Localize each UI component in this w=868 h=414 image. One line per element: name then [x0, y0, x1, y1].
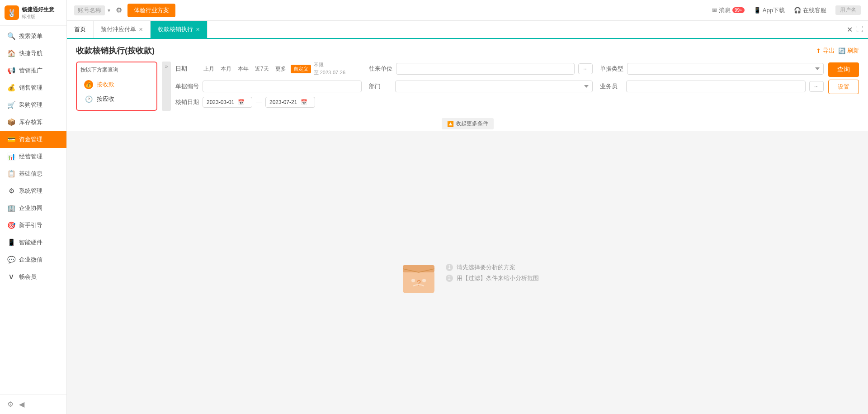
refresh-btn[interactable]: 🔄 刷新 — [838, 47, 859, 55]
date-this-month[interactable]: 本月 — [219, 64, 233, 74]
doc-type-group: 单据类型 — [600, 63, 824, 75]
main-content: 收款核销执行(按收款) ⬆ 导出 🔄 刷新 按以下方案查询 — [67, 39, 868, 414]
basic-icon: 📋 — [7, 170, 15, 178]
collapse-filter-btn[interactable]: » — [162, 62, 171, 111]
date-group: 日期 上月 本月 本年 近7天 更多 自定义 不限 — [175, 62, 362, 76]
logo-text: 畅捷通好生意 标准版 — [22, 6, 54, 20]
chevron-down-icon[interactable]: ▾ — [108, 7, 110, 14]
filter-scheme-title: 按以下方案查询 — [80, 66, 153, 74]
doc-no-input[interactable] — [203, 81, 362, 92]
expand-tab-btn[interactable]: ⛶ — [856, 25, 863, 33]
date-no-limit-text: 不限 — [314, 62, 345, 68]
sidebar-nav: 🔍 搜索菜单 🏠 快捷导航 📢 营销推广 💰 销售管理 🛒 采购管理 📦 库存核… — [0, 26, 66, 394]
partner-group: 往来单位 ··· — [369, 63, 593, 75]
filter-by-collection[interactable]: 💰 按收款 — [80, 77, 153, 92]
sidebar-item-guide[interactable]: 🎯 新手引导 — [0, 217, 66, 234]
sidebar-item-inventory[interactable]: 📦 库存核算 — [0, 114, 66, 131]
tab-prepay-close[interactable]: ✕ — [139, 27, 143, 33]
tab-collection[interactable]: 收款核销执行 ✕ — [151, 21, 208, 38]
logo-icon: 🐰 — [5, 5, 19, 20]
operations-icon: 📊 — [7, 152, 15, 161]
query-btn[interactable]: 查询 — [828, 62, 859, 77]
tab-home[interactable]: 首页 — [67, 21, 94, 38]
page-title: 收款核销执行(按收款) — [76, 45, 155, 56]
collapse-arrow-icon: 🔼 — [447, 121, 454, 127]
verif-start-input[interactable]: 2023-03-01 📅 — [203, 97, 252, 108]
sidebar-item-enterprise[interactable]: 🏢 企业协同 — [0, 200, 66, 217]
partner-label: 往来单位 — [369, 65, 392, 73]
sidebar-item-finance[interactable]: 💳 资金管理 — [0, 131, 66, 148]
service-btn[interactable]: 🎧 在线客服 — [794, 6, 826, 14]
staff-group: 业务员 ··· — [600, 81, 824, 92]
topbar: 账号名称 ▾ ⚙ 体验行业方案 ✉ 消息 99+ 📱 App下载 🎧 在线客服 … — [67, 0, 868, 21]
staff-ellipsis-btn[interactable]: ··· — [809, 81, 824, 92]
filter-form-area: 日期 上月 本月 本年 近7天 更多 自定义 不限 — [175, 62, 859, 111]
date-7days[interactable]: 近7天 — [253, 64, 271, 74]
tab-prepay[interactable]: 预付冲应付单 ✕ — [94, 21, 151, 38]
date-separator: — — [256, 99, 262, 106]
empty-svg: ? — [396, 252, 441, 298]
sidebar-item-basic[interactable]: 📋 基础信息 — [0, 165, 66, 182]
tabbar-actions: ✕ ⛶ — [842, 21, 868, 38]
sidebar-item-marketing[interactable]: 📢 营销推广 — [0, 62, 66, 79]
sidebar-item-sales[interactable]: 💰 销售管理 — [0, 79, 66, 96]
message-btn[interactable]: ✉ 消息 99+ — [712, 6, 745, 14]
sidebar-item-wechat[interactable]: 💬 企业微信 — [0, 251, 66, 268]
system-icon: ⚙ — [7, 187, 15, 195]
partner-input[interactable] — [396, 63, 575, 75]
industry-btn[interactable]: 体验行业方案 — [127, 4, 175, 17]
sidebar-item-quick-nav[interactable]: 🏠 快捷导航 — [0, 45, 66, 62]
svg-text:?: ? — [417, 279, 421, 287]
date-last-month[interactable]: 上月 — [202, 64, 216, 74]
tab-collection-close[interactable]: ✕ — [196, 27, 200, 33]
user-name: 用户名 — [835, 5, 861, 15]
inventory-icon: 📦 — [7, 118, 15, 126]
calendar-end-icon[interactable]: 📅 — [301, 99, 307, 105]
collapse-icon[interactable]: ◀ — [19, 400, 24, 409]
purchase-icon: 🛒 — [7, 101, 15, 109]
sidebar-item-search[interactable]: 🔍 搜索菜单 — [0, 28, 66, 45]
sales-icon: 💰 — [7, 84, 15, 92]
right-actions: 查询 设置 — [828, 62, 859, 111]
empty-illustration: ? — [396, 252, 437, 293]
sidebar-item-purchase[interactable]: 🛒 采购管理 — [0, 96, 66, 114]
date-custom[interactable]: 自定义 — [291, 65, 311, 73]
dept-select[interactable] — [395, 81, 593, 92]
filter-form: 日期 上月 本月 本年 近7天 更多 自定义 不限 — [175, 62, 824, 111]
app-download-btn[interactable]: 📱 App下载 — [754, 6, 785, 14]
sidebar-item-member[interactable]: V 畅会员 — [0, 268, 66, 286]
marketing-icon: 📢 — [7, 67, 15, 75]
calendar-start-icon[interactable]: 📅 — [238, 99, 245, 105]
verif-end-input[interactable]: 2023-07-21 📅 — [265, 97, 315, 108]
enterprise-icon: 🏢 — [7, 204, 15, 212]
filter-by-receivable[interactable]: 🕐 按应收 — [80, 92, 153, 106]
close-tab-btn[interactable]: ✕ — [847, 25, 853, 34]
sidebar-item-system[interactable]: ⚙ 系统管理 — [0, 182, 66, 200]
settings-btn[interactable]: 设置 — [828, 80, 859, 94]
empty-tip-2: 2 用【过滤】条件来缩小分析范围 — [446, 274, 539, 282]
tip-num-2: 2 — [446, 275, 453, 282]
receivable-icon: 🕐 — [84, 95, 93, 104]
sidebar-item-operations[interactable]: 📊 经营管理 — [0, 148, 66, 165]
topbar-gear-icon[interactable]: ⚙ — [116, 6, 122, 14]
message-badge: 99+ — [732, 7, 745, 13]
filter-row-2: 单据编号 部门 业务员 — [175, 81, 824, 92]
member-icon: V — [7, 273, 15, 281]
filter-panel: 按以下方案查询 💰 按收款 🕐 按应收 » — [67, 56, 868, 115]
collapse-more-btn[interactable]: 🔼 收起更多条件 — [442, 118, 494, 129]
logo-area: 🐰 畅捷通好生意 标准版 — [0, 0, 66, 26]
export-btn[interactable]: ⬆ 导出 — [816, 47, 835, 55]
date-shortcuts: 上月 本月 本年 近7天 更多 自定义 不限 至 2023-07-26 — [202, 62, 345, 76]
partner-ellipsis-btn[interactable]: ··· — [578, 63, 593, 74]
staff-input[interactable] — [626, 81, 806, 92]
doc-type-label: 单据类型 — [600, 65, 623, 73]
account-area: 账号名称 ▾ — [74, 5, 110, 15]
sidebar-item-hardware[interactable]: 📱 智能硬件 — [0, 234, 66, 251]
date-more[interactable]: 更多 — [274, 64, 288, 74]
tip-num-1: 1 — [446, 264, 453, 271]
date-this-year[interactable]: 本年 — [236, 64, 250, 74]
settings-icon[interactable]: ⚙ — [7, 400, 14, 409]
sidebar: 🐰 畅捷通好生意 标准版 🔍 搜索菜单 🏠 快捷导航 📢 营销推广 💰 销售管理… — [0, 0, 67, 414]
collapse-more-row: 🔼 收起更多条件 — [67, 115, 868, 131]
doc-type-select[interactable] — [627, 63, 824, 75]
